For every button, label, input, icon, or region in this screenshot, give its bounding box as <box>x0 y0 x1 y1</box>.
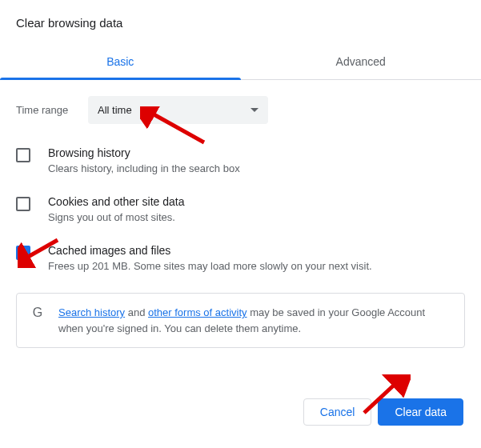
option-title: Browsing history <box>48 146 240 159</box>
tab-basic[interactable]: Basic <box>0 46 241 79</box>
cancel-button[interactable]: Cancel <box>303 398 372 426</box>
info-text-part: and <box>125 306 148 318</box>
time-range-label: Time range <box>16 104 88 116</box>
link-search-history[interactable]: Search history <box>58 306 125 318</box>
option-browsing-history: Browsing history Clears history, includi… <box>16 146 465 174</box>
time-range-row: Time range All time <box>16 96 465 124</box>
tab-advanced[interactable]: Advanced <box>241 46 482 79</box>
option-desc: Frees up 201 MB. Some sites may load mor… <box>48 260 372 272</box>
dialog-title: Clear browsing data <box>16 16 465 30</box>
chevron-down-icon <box>251 108 259 112</box>
tab-bar: Basic Advanced <box>0 46 481 80</box>
option-cached: Cached images and files Frees up 201 MB.… <box>16 244 465 272</box>
time-range-value: All time <box>98 104 132 116</box>
clear-data-button[interactable]: Clear data <box>378 398 463 426</box>
option-cookies: Cookies and other site data Signs you ou… <box>16 195 465 223</box>
option-title: Cached images and files <box>48 244 372 257</box>
option-title: Cookies and other site data <box>48 195 184 208</box>
option-desc: Clears history, including in the search … <box>48 162 240 174</box>
option-desc: Signs you out of most sites. <box>48 211 184 223</box>
google-icon: G <box>30 305 46 321</box>
dialog-actions: Cancel Clear data <box>303 398 463 426</box>
time-range-select[interactable]: All time <box>88 96 268 124</box>
link-other-activity[interactable]: other forms of activity <box>148 306 247 318</box>
checkbox-browsing-history[interactable] <box>16 148 30 162</box>
info-text: Search history and other forms of activi… <box>58 305 451 336</box>
info-box: G Search history and other forms of acti… <box>16 293 465 348</box>
checkbox-cookies[interactable] <box>16 197 30 211</box>
checkbox-cached[interactable] <box>16 246 30 260</box>
